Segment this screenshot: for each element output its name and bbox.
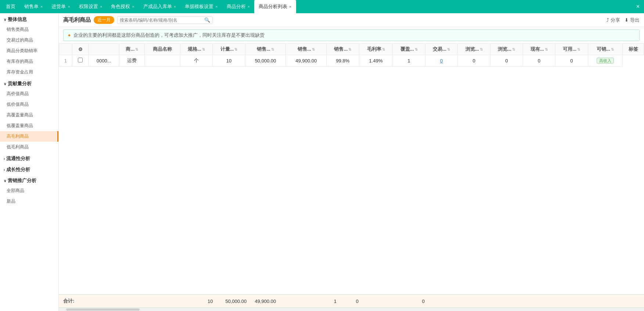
search-input[interactable]	[120, 18, 204, 23]
close-tab-icon[interactable]: ×	[40, 4, 43, 9]
sidebar-item-高覆盖量商品[interactable]: 高覆盖量商品	[0, 110, 58, 120]
sidebar-item-有库存的商品[interactable]: 有库存的商品	[0, 56, 58, 67]
col-header-saleAmount[interactable]: 销售...⇅	[286, 44, 327, 55]
row-trade: 1	[393, 55, 425, 66]
col-header-current[interactable]: 现有...⇅	[523, 44, 555, 55]
group-arrow-icon: ∨	[4, 18, 6, 22]
nav-item-角色授权[interactable]: 角色授权×	[107, 0, 138, 13]
sidebar-group-成长性分析[interactable]: ›成长性分析	[0, 163, 58, 174]
row-spec	[145, 55, 180, 66]
row-sellable: 0	[555, 55, 588, 66]
sidebar-item-库存资金占用[interactable]: 库存资金占用	[0, 67, 58, 77]
col-header-code[interactable]: 商...⇅	[119, 44, 145, 55]
sidebar-item-高价值商品[interactable]: 高价值商品	[0, 88, 58, 99]
nav-item-权限设置[interactable]: 权限设置×	[75, 0, 107, 13]
col-header-coverage[interactable]: 覆盖...⇅	[393, 44, 425, 55]
top-navigation: 首页销售单×进货单×权限设置×角色授权×产成品入库单×单据模板设置×商品分析×商…	[0, 0, 644, 13]
row-name: 运费	[119, 55, 145, 66]
col-header-margin[interactable]: 毛利率⇅	[359, 44, 393, 55]
nav-item-销售单[interactable]: 销售单×	[20, 0, 47, 13]
share-button[interactable]: ⤴ 分享	[607, 17, 620, 23]
row-available: 0	[523, 55, 555, 66]
sidebar-item-低毛利商品[interactable]: 低毛利商品	[0, 142, 58, 152]
sidebar-item-新品[interactable]: 新品	[0, 196, 58, 207]
row-current: 0	[490, 55, 523, 66]
sidebar-item-销售类商品[interactable]: 销售类商品	[0, 24, 58, 35]
bottom-scrollbar[interactable]	[59, 307, 644, 311]
col-header-spec[interactable]: 规格...⇅	[180, 44, 213, 55]
info-banner: ✦ 企业的主要的利润都是这部分商品创造的，可考虑加大推广，同时关注库存是不要出现…	[63, 29, 640, 41]
table-footer: 合计: 1050,000.0049,900.00100	[59, 294, 644, 307]
nav-item-商品分析列表[interactable]: 商品分析列表×	[254, 0, 296, 13]
sort-icon: ⇅	[611, 47, 614, 51]
close-tab-icon[interactable]: ×	[68, 4, 70, 9]
sidebar-item-全部商品[interactable]: 全部商品	[0, 185, 58, 196]
sidebar-item-低价值商品[interactable]: 低价值商品	[0, 99, 58, 110]
group-arrow-icon: ∨	[4, 82, 6, 86]
sidebar: « ∨整体信息销售类商品交易过的商品商品分类助销率有库存的商品库存资金占用∨贡献…	[0, 13, 59, 311]
export-button[interactable]: ⬇ 导出	[625, 17, 640, 23]
close-all-button[interactable]: ×	[636, 3, 643, 10]
sidebar-item-高毛利商品[interactable]: 高毛利商品	[0, 131, 58, 142]
sidebar-group-营销推广分析[interactable]: ∨营销推广分析	[0, 174, 58, 185]
footer-cell-6: 50,000.00	[221, 299, 251, 304]
col-header-sellable[interactable]: 可销...⇅	[588, 44, 623, 55]
footer-cell-13	[390, 299, 412, 304]
sidebar-item-商品分类助销率[interactable]: 商品分类助销率	[0, 46, 58, 56]
footer-cell-2	[118, 299, 140, 304]
nav-item-单据模板设置[interactable]: 单据模板设置×	[180, 0, 222, 13]
close-tab-icon[interactable]: ×	[100, 4, 102, 9]
sidebar-group-流通性分析[interactable]: ›流通性分析	[0, 152, 58, 163]
close-tab-icon[interactable]: ×	[132, 4, 134, 9]
footer-cell-7: 49,900.00	[251, 299, 280, 304]
sort-icon: ⇅	[234, 47, 237, 51]
footer-cell-11: 0	[346, 299, 368, 304]
row-browse1[interactable]: 0	[425, 55, 458, 66]
footer-cell-14: 0	[412, 299, 434, 304]
footer-cell-10: 1	[324, 299, 346, 304]
close-tab-icon[interactable]: ×	[215, 4, 217, 9]
close-tab-icon[interactable]: ×	[174, 4, 176, 9]
col-header-browse2[interactable]: 浏览...⇅	[490, 44, 523, 55]
info-icon: ✦	[67, 33, 71, 38]
row-checkbox[interactable]	[78, 58, 83, 62]
close-tab-icon[interactable]: ×	[289, 4, 291, 9]
col-header-browse1[interactable]: 浏览...⇅	[458, 44, 490, 55]
row-checkbox-cell	[72, 55, 88, 66]
nav-item-进货单[interactable]: 进货单×	[47, 0, 74, 13]
footer-cell-1	[104, 299, 118, 304]
sort-icon: ⇅	[382, 47, 385, 51]
col-header-saleProfit[interactable]: 销售...⇅	[327, 44, 359, 55]
header-actions: ⤴ 分享 ⬇ 导出	[607, 17, 640, 23]
search-icon[interactable]: 🔍	[204, 17, 210, 23]
nav-item-首页[interactable]: 首页	[1, 0, 20, 13]
sidebar-group-整体信息[interactable]: ∨整体信息	[0, 13, 58, 24]
col-header-checkbox	[89, 44, 119, 55]
col-header-trade[interactable]: 交易...⇅	[425, 44, 458, 55]
sort-icon: ⇅	[312, 47, 315, 51]
footer-cell-9	[302, 299, 324, 304]
col-header-saleQty[interactable]: 销售...⇅	[245, 44, 286, 55]
footer-cells: 1050,000.0049,900.00100	[82, 299, 640, 304]
col-header-tag: 标签	[623, 44, 644, 55]
sidebar-group-贡献量分析[interactable]: ∨贡献量分析	[0, 77, 58, 88]
row-unit: 个	[180, 55, 213, 66]
nav-item-商品分析[interactable]: 商品分析×	[222, 0, 254, 13]
close-tab-icon[interactable]: ×	[248, 4, 250, 9]
sidebar-item-交易过的商品[interactable]: 交易过的商品	[0, 35, 58, 46]
col-header-unit[interactable]: 计量...⇅	[213, 44, 245, 55]
sidebar-item-低覆盖量商品[interactable]: 低覆盖量商品	[0, 120, 58, 131]
nav-item-产成品入库单[interactable]: 产成品入库单×	[139, 0, 180, 13]
row-sale-qty: 10	[213, 55, 245, 66]
page-title: 高毛利商品	[63, 17, 91, 23]
data-table: ⚙商...⇅商品名称规格...⇅计量...⇅销售...⇅销售...⇅销售...⇅…	[59, 43, 644, 66]
footer-cell-0	[82, 299, 104, 304]
sort-icon: ⇅	[545, 47, 548, 51]
filter-button[interactable]: 近一月	[94, 16, 114, 24]
row-sale-amount: 50,000.00	[245, 55, 286, 66]
col-header-available[interactable]: 可用...⇅	[555, 44, 588, 55]
row-coverage: 1.49%	[359, 55, 393, 66]
table-row: 10000...运费个1050,000.0049,900.0099.8%1.49…	[59, 55, 644, 66]
sidebar-collapse-button[interactable]: «	[58, 155, 59, 170]
content-header: 高毛利商品 近一月 🔍 ⤴ 分享 ⬇ 导出	[59, 13, 644, 27]
